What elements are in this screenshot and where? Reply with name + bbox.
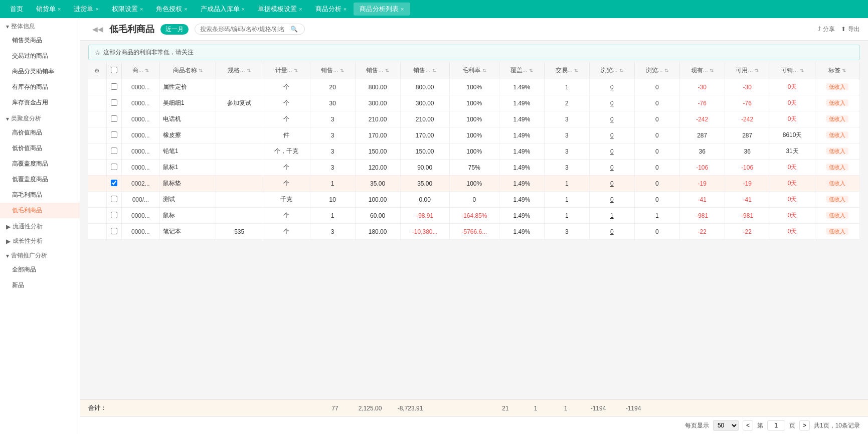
col-sales-amount[interactable]: 销售... ⇅ [355,62,400,79]
sidebar-item-low-margin[interactable]: 低毛利商品 [0,203,80,218]
export-button[interactable]: ⬆ 导出 [841,25,860,34]
row-checkbox[interactable] [111,83,117,90]
collapse-sidebar-btn[interactable]: ◀◀ [92,25,103,33]
col-tag[interactable]: 标签 ⇅ [815,62,859,79]
row-checkbox[interactable] [111,196,117,202]
search-icon[interactable]: 🔍 [290,26,298,33]
row-checkbox[interactable] [111,180,117,186]
sidebar-item-new-products[interactable]: 新品 [0,277,80,293]
per-page-label: 每页显示 [685,421,709,430]
nav-template-close[interactable]: × [299,6,302,12]
col-view2[interactable]: 浏览... ⇅ [634,62,679,79]
sidebar-item-low-value[interactable]: 低价值商品 [0,140,80,156]
col-code[interactable]: 商... ⇅ [121,62,160,79]
sidebar-group-flow[interactable]: ▶ 流通性分析 [0,218,80,233]
row-view1[interactable]: 0 [589,224,634,240]
row-name[interactable]: 笔记本 [160,224,216,240]
nav-purchase-close[interactable]: × [95,6,98,12]
nav-roles[interactable]: 角色授权 × [150,3,193,16]
row-name[interactable]: 测试 [160,192,216,208]
pagination: 每页显示 50 100 200 < 第 页 > 共1页，10条记录 [80,416,868,434]
row-name[interactable]: 鼠标 [160,208,216,224]
sidebar-item-high-value[interactable]: 高价值商品 [0,125,80,140]
sidebar-item-all-products[interactable]: 全部商品 [0,262,80,277]
nav-home[interactable]: 首页 [4,3,29,16]
search-box: 🔍 [195,24,305,35]
row-checkbox[interactable] [111,212,117,218]
nav-sales-close[interactable]: × [58,6,61,12]
share-button[interactable]: ⤴ 分享 [818,25,835,34]
nav-product-analysis[interactable]: 商品分析 × [309,3,353,16]
nav-product-analysis-list[interactable]: 商品分析列表 × [354,3,410,16]
page-number-input[interactable] [767,420,785,430]
row-view1[interactable]: 0 [589,160,634,176]
nav-sales[interactable]: 销货单 × [30,3,67,16]
sidebar-item-high-margin[interactable]: 高毛利商品 [0,187,80,203]
col-name[interactable]: 商品名称 ⇅ [160,62,216,79]
row-view1[interactable]: 1 [589,208,634,224]
footer-current-stock: -1194 [581,405,616,412]
sidebar-group-cluster[interactable]: ▾ 类聚度分析 [0,110,80,125]
sidebar-item-stock-capital[interactable]: 库存资金占用 [0,95,80,110]
row-name[interactable]: 属性定价 [160,79,216,95]
row-name[interactable]: 鼠标垫 [160,176,216,192]
row-name[interactable]: 电话机 [160,111,216,127]
page-title: 低毛利商品 [109,23,154,35]
sidebar-group-marketing[interactable]: ▾ 营销推广分析 [0,247,80,262]
row-view2: 0 [634,127,679,143]
sidebar-item-category-rate[interactable]: 商品分类助销率 [0,64,80,79]
col-spec[interactable]: 规格... ⇅ [216,62,263,79]
col-available[interactable]: 可用... ⇅ [725,62,770,79]
prev-page-btn[interactable]: < [743,420,753,430]
row-checkbox[interactable] [111,131,117,138]
sidebar-item-traded-products[interactable]: 交易过的商品 [0,48,80,64]
col-view1[interactable]: 浏览... ⇅ [589,62,634,79]
select-all-checkbox[interactable] [111,67,117,73]
row-name[interactable]: 铅笔1 [160,143,216,160]
row-checkbox[interactable] [111,148,117,154]
row-checkbox[interactable] [111,99,117,106]
nav-permissions[interactable]: 权限设置 × [106,3,149,16]
row-view1[interactable]: 0 [589,79,634,95]
sidebar-group-growth[interactable]: ▶ 成长性分析 [0,233,80,247]
sidebar-group-overall[interactable]: ▾ 整体信息 [0,18,80,33]
row-view1[interactable]: 0 [589,143,634,160]
row-checkbox[interactable] [111,115,117,122]
nav-product-analysis-list-close[interactable]: × [401,6,404,12]
row-view1[interactable]: 0 [589,192,634,208]
sidebar-item-stock-products[interactable]: 有库存的商品 [0,79,80,95]
nav-permissions-close[interactable]: × [140,6,143,12]
row-checkbox[interactable] [111,164,117,170]
row-view1[interactable]: 0 [589,127,634,143]
col-saleable[interactable]: 可销... ⇅ [770,62,815,79]
row-checkbox[interactable] [111,228,117,234]
col-unit[interactable]: 计量... ⇅ [263,62,310,79]
date-badge[interactable]: 近一月 [160,24,189,35]
col-trade[interactable]: 交易... ⇅ [544,62,589,79]
sidebar-item-sales-products[interactable]: 销售类商品 [0,33,80,48]
row-view1[interactable]: 0 [589,111,634,127]
nav-product-inbound[interactable]: 产成品入库单 × [195,3,251,16]
nav-product-analysis-close[interactable]: × [343,6,346,12]
row-view1[interactable]: 0 [589,176,634,192]
sidebar-item-low-coverage[interactable]: 低覆盖度商品 [0,172,80,187]
col-sales-qty[interactable]: 销售... ⇅ [310,62,355,79]
col-margin[interactable]: 毛利率 ⇅ [449,62,499,79]
search-input[interactable] [200,26,290,33]
row-name[interactable]: 橡皮擦 [160,127,216,143]
next-page-btn[interactable]: > [799,420,810,430]
col-settings[interactable]: ⚙ [88,62,106,79]
nav-product-inbound-close[interactable]: × [242,6,245,12]
row-view1[interactable]: 0 [589,95,634,111]
col-current-stock[interactable]: 现有... ⇅ [679,62,725,79]
col-coverage[interactable]: 覆盖... ⇅ [499,62,544,79]
nav-purchase[interactable]: 进货单 × [68,3,104,16]
per-page-select[interactable]: 50 100 200 [713,420,739,431]
col-sales-profit[interactable]: 销售... ⇅ [400,62,449,79]
row-name[interactable]: 鼠标1 [160,160,216,176]
nav-roles-close[interactable]: × [184,6,187,12]
nav-template-settings[interactable]: 单据模板设置 × [252,3,308,16]
col-checkbox[interactable] [106,62,121,79]
sidebar-item-high-coverage[interactable]: 高覆盖度商品 [0,156,80,172]
row-name[interactable]: 吴细细1 [160,95,216,111]
